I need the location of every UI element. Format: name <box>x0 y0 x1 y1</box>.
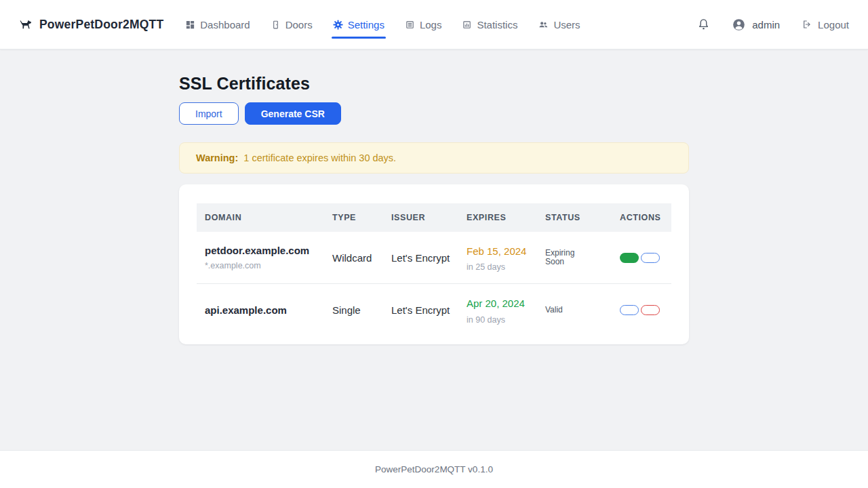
certificates-card: DOMAIN TYPE ISSUER EXPIRES STATUS ACTION… <box>179 184 689 344</box>
logout-icon <box>802 19 812 30</box>
col-header-type: TYPE <box>324 203 383 232</box>
status-text: Valid <box>545 306 587 314</box>
col-header-status: STATUS <box>537 203 612 232</box>
warning-label: Warning: <box>196 152 238 163</box>
action-pill-green[interactable] <box>620 253 639 263</box>
nav-item-logs[interactable]: Logs <box>405 19 442 30</box>
nav-item-dashboard[interactable]: Dashboard <box>185 19 250 30</box>
footer-version-text: PowerPetDoor2MQTT v0.1.0 <box>375 464 493 474</box>
nav-item-users[interactable]: Users <box>538 19 580 30</box>
nav-label: Doors <box>285 19 313 30</box>
door-icon <box>271 20 281 30</box>
brand: PowerPetDoor2MQTT <box>19 18 163 32</box>
main-nav: Dashboard Doors <box>185 19 580 30</box>
logout-button[interactable]: Logout <box>802 19 849 30</box>
expires-date: Feb 15, 2024 <box>467 243 529 259</box>
expires-in: in 90 days <box>467 315 529 325</box>
action-pill-red[interactable] <box>641 305 660 315</box>
row-actions <box>620 305 663 315</box>
brand-title: PowerPetDoor2MQTT <box>39 18 163 32</box>
nav-label: Dashboard <box>200 19 250 30</box>
nav-item-statistics[interactable]: Statistics <box>462 19 517 30</box>
page-actions: Import Generate CSR <box>179 102 689 125</box>
navbar-right: admin Logout <box>697 17 849 32</box>
dog-icon <box>19 19 33 30</box>
top-navbar: PowerPetDoor2MQTT Dashboard Doors <box>0 0 868 49</box>
dashboard-icon <box>185 20 195 30</box>
certificates-table: DOMAIN TYPE ISSUER EXPIRES STATUS ACTION… <box>197 203 671 336</box>
action-pill-blue[interactable] <box>641 253 660 263</box>
cert-type: Single <box>332 304 361 316</box>
nav-label: Settings <box>348 19 384 30</box>
username: admin <box>752 19 780 30</box>
warning-text: 1 certificate expires within 30 days. <box>243 152 396 163</box>
nav-label: Users <box>553 19 580 30</box>
domain-name: petdoor.example.com <box>205 245 316 256</box>
table-header-row: DOMAIN TYPE ISSUER EXPIRES STATUS ACTION… <box>197 203 671 232</box>
nav-label: Logs <box>420 19 442 30</box>
bar-chart-icon <box>462 20 472 30</box>
cert-issuer: Let's Encrypt <box>391 252 450 264</box>
nav-item-settings[interactable]: Settings <box>333 19 384 30</box>
col-header-expires: EXPIRES <box>458 203 537 232</box>
table-row: petdoor.example.com *.example.com Wildca… <box>197 232 671 284</box>
col-header-issuer: ISSUER <box>383 203 458 232</box>
table-row: api.example.com Single Let's Encrypt Apr… <box>197 284 671 336</box>
logout-label: Logout <box>818 19 849 30</box>
col-header-domain: DOMAIN <box>197 203 324 232</box>
status-text: Expiring Soon <box>545 249 587 266</box>
import-button[interactable]: Import <box>179 102 239 125</box>
nav-item-doors[interactable]: Doors <box>271 19 313 30</box>
expires-date: Apr 20, 2024 <box>467 296 529 311</box>
logs-icon <box>405 20 415 30</box>
expires-in: in 25 days <box>467 262 529 272</box>
page-title: SSL Certificates <box>179 74 689 94</box>
page-footer: PowerPetDoor2MQTT v0.1.0 <box>0 450 868 488</box>
col-header-actions: ACTIONS <box>612 203 671 232</box>
warning-banner: Warning: 1 certificate expires within 30… <box>179 142 689 174</box>
users-icon <box>538 20 549 30</box>
row-actions <box>620 253 663 263</box>
main-content: SSL Certificates Import Generate CSR War… <box>0 49 868 450</box>
action-pill-blue[interactable] <box>620 305 639 315</box>
gear-icon <box>333 20 343 30</box>
cert-issuer: Let's Encrypt <box>391 304 450 316</box>
cert-type: Wildcard <box>332 252 372 264</box>
avatar-icon <box>732 18 746 32</box>
domain-alt-name: *.example.com <box>205 261 316 270</box>
notifications-bell-icon[interactable] <box>697 17 710 32</box>
domain-name: api.example.com <box>205 304 316 316</box>
generate-csr-button[interactable]: Generate CSR <box>245 102 341 125</box>
user-chip[interactable]: admin <box>732 18 780 32</box>
nav-label: Statistics <box>477 19 517 30</box>
